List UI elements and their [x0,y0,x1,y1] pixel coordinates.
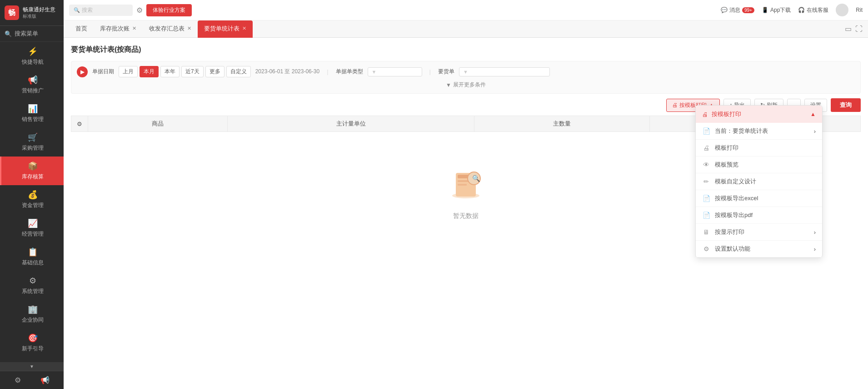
dropdown-item-template-preview[interactable]: 👁 模板预览 [696,157,822,173]
tab-fullscreen-btn[interactable]: ⛶ [855,25,863,33]
dropdown-header-left: 🖨 按模板打印 [702,110,741,118]
app-download-icon: 📱 [762,7,768,13]
printer-icon: 🖨 [702,111,708,118]
sidebar-item-finance[interactable]: 💰 资金管理 [0,185,64,214]
settings-footer-icon[interactable]: ⚙ [15,376,21,384]
dropdown-current-template[interactable]: 📄 当前：要货单统计表 › [696,123,822,140]
export-excel-icon: 📄 [702,195,710,202]
sidebar-item-marketing[interactable]: 📢 营销推广 [0,71,64,99]
date-btn-7days[interactable]: 近7天 [181,66,204,77]
sidebar-item-enterprise[interactable]: 🏢 企业协同 [0,300,64,328]
app-logo-text: 畅康通好生意 标准版 [23,6,55,20]
display-print-icon: 🖥 [702,228,710,236]
app-logo-icon: 畅 [5,5,19,20]
dropdown-item-set-default[interactable]: ⚙ 设置默认功能 › [696,241,822,258]
tab-expand-btn[interactable]: ▭ [845,25,852,33]
topbar-search-icon: 🔍 [74,7,80,13]
sidebar-footer: ⚙ 📢 [0,371,64,389]
sidebar-item-inventory[interactable]: 📦 库存核算 [0,157,64,185]
message-btn[interactable]: 💬 消息 99+ [721,6,754,14]
topbar-gear-icon[interactable]: ⚙ [136,6,143,15]
date-btn-this-year[interactable]: 本年 [160,66,180,77]
svg-rect-4 [458,184,467,186]
dropdown-collapse-icon[interactable]: ▲ [810,111,816,117]
sidebar-nav: ⚡ 快捷导航 📢 营销推广 📊 销售管理 🛒 采购管理 📦 库存核算 💰 资金管… [0,42,64,362]
topbar-right: 💬 消息 99+ 📱 App下载 🎧 在线客服 Rit [721,4,863,16]
tabs-right-controls: ▭ ⛶ [845,25,863,33]
template-print-icon: 🖨 [702,144,710,152]
expand-more-btn[interactable]: ▼ 展开更多条件 [446,81,486,89]
sidebar-item-basic[interactable]: 📋 基础信息 [0,242,64,271]
tab-home[interactable]: 首页 [69,20,94,38]
date-btn-custom[interactable]: 自定义 [226,66,251,77]
query-btn[interactable]: 查询 [831,98,861,112]
svg-text:🔍: 🔍 [472,175,480,182]
sidebar: 畅 畅康通好生意 标准版 🔍 搜索菜单 ⚡ 快捷导航 📢 营销推广 📊 销售管理… [0,0,64,389]
goods-select[interactable]: ▼ [459,67,550,76]
main-area: 🔍 搜索 ⚙ 体验行业方案 💬 消息 99+ 📱 App下载 🎧 在线客服 Ri… [64,0,868,389]
dropdown-item-export-excel[interactable]: 📄 按模板导出excel [696,190,822,207]
dropdown-item-template-print[interactable]: 🖨 模板打印 [696,140,822,157]
tab-receipt-summary[interactable]: 收发存汇总表 ✕ [143,20,198,38]
sidebar-item-purchase[interactable]: 🛒 采购管理 [0,128,64,157]
filter-bar: ▶ 单据日期 上月 本月 本年 近7天 更多 自定义 2023-06-01 至 … [71,61,861,94]
print-icon: 🖨 [672,102,678,108]
sidebar-logo: 畅 畅康通好生意 标准版 [0,0,64,26]
dropdown-header[interactable]: 🖨 按模板打印 ▲ [696,106,822,123]
filter-sep: | [327,68,328,75]
col-quantity: 主数量 [474,116,649,132]
user-avatar[interactable] [836,4,848,16]
svg-rect-3 [458,180,469,182]
sales-icon: 📊 [28,104,38,114]
tab-close-receipt-summary[interactable]: ✕ [187,25,191,31]
finance-icon: 💰 [28,190,38,200]
type-select[interactable]: ▼ [368,67,422,76]
help-footer-icon[interactable]: 📢 [40,376,50,384]
message-icon: 💬 [721,7,728,13]
sidebar-item-sales[interactable]: 📊 销售管理 [0,99,64,128]
print-dropdown-panel: 🖨 按模板打印 ▲ 📄 当前：要货单统计表 › 🖨 模板打印 👁 [695,105,823,258]
date-btn-prev-month[interactable]: 上月 [119,66,138,77]
date-range-display: 2023-06-01 至 2023-06-30 [255,68,319,76]
tab-close-requisition-stats[interactable]: ✕ [242,25,246,31]
sidebar-item-quick-nav[interactable]: ⚡ 快捷导航 [0,42,64,71]
display-print-arrow: › [814,229,816,236]
dropdown-item-export-pdf[interactable]: 📄 按模板导出pdf [696,207,822,224]
topbar-search[interactable]: 🔍 搜索 [69,5,133,16]
purchase-icon: 🛒 [28,132,38,142]
dropdown-item-template-custom[interactable]: ✏ 模板自定义设计 [696,173,822,190]
sidebar-item-apps[interactable]: 🔲 应用中心 [0,357,64,362]
marketing-icon: 📢 [28,75,38,85]
online-service-btn[interactable]: 🎧 在线客服 [798,6,828,14]
date-label: 单据日期 [92,68,114,76]
template-icon: 📄 [702,127,710,135]
empty-illustration: 🔍 [443,159,489,205]
enterprise-icon: 🏢 [28,304,38,314]
export-pdf-icon: 📄 [702,212,710,219]
sidebar-item-guide[interactable]: 🎯 新手引导 [0,328,64,357]
tab-batch-account[interactable]: 库存批次账 ✕ [94,20,143,38]
table-settings-col[interactable]: ⚙ [71,116,88,132]
filter-row: ▶ 单据日期 上月 本月 本年 近7天 更多 自定义 2023-06-01 至 … [77,66,855,77]
app-download-btn[interactable]: 📱 App下载 [762,6,791,14]
trial-btn[interactable]: 体验行业方案 [146,4,192,16]
template-preview-icon: 👁 [702,161,710,168]
tab-requisition-stats[interactable]: 要货单统计表 ✕ [198,20,253,38]
username-label: Rit [856,7,863,13]
headset-icon: 🎧 [798,7,805,13]
date-btn-more[interactable]: 更多 [205,66,224,77]
tabs-bar: 首页 库存批次账 ✕ 收发存汇总表 ✕ 要货单统计表 ✕ ▭ ⛶ [64,20,868,38]
tab-close-batch-account[interactable]: ✕ [132,25,136,31]
page-content: 要货单统计表(按商品) ▶ 单据日期 上月 本月 本年 近7天 更多 自定义 2… [64,38,868,389]
sidebar-scroll-down[interactable]: ▼ [0,362,64,371]
sidebar-search[interactable]: 🔍 搜索菜单 [0,26,64,42]
sidebar-item-operations[interactable]: 📈 经营管理 [0,214,64,242]
quick-nav-icon: ⚡ [28,46,38,56]
topbar: 🔍 搜索 ⚙ 体验行业方案 💬 消息 99+ 📱 App下载 🎧 在线客服 Ri… [64,0,868,20]
date-btn-this-month[interactable]: 本月 [140,66,159,77]
sidebar-item-system[interactable]: ⚙ 系统管理 [0,271,64,300]
dropdown-item-display-print[interactable]: 🖥 按显示打印 › [696,224,822,241]
filter-expand-arrow[interactable]: ▶ [77,66,88,77]
operations-icon: 📈 [28,218,38,228]
type-label: 单据单类型 [336,68,363,76]
